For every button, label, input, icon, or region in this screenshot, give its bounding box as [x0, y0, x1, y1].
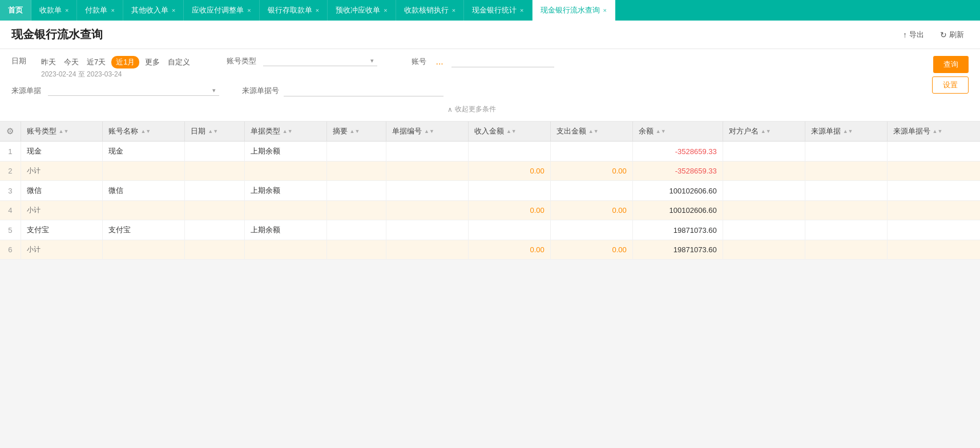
row-number: 5: [0, 220, 21, 240]
source-doc-select[interactable]: ▾: [48, 86, 219, 96]
col-expense[interactable]: 支出金额▲▼: [550, 122, 632, 142]
col-balance[interactable]: 余额▲▼: [632, 122, 723, 142]
cell-expense: [550, 220, 632, 240]
cell-source-doc-no: [887, 181, 980, 201]
cell-balance: 100102606.60: [632, 181, 723, 201]
close-icon[interactable]: ×: [172, 7, 175, 14]
sort-icon: ▲▼: [350, 129, 360, 134]
row-number: 6: [0, 240, 21, 260]
nav-tab-7[interactable]: 现金银行统计 ×: [464, 0, 532, 21]
cell-income: 0.00: [468, 240, 550, 260]
close-icon[interactable]: ×: [247, 7, 251, 14]
shortcut-more[interactable]: 更多: [143, 56, 162, 68]
close-icon[interactable]: ×: [111, 7, 114, 14]
shortcut-7days[interactable]: 近7天: [84, 56, 108, 68]
sort-icon: ▲▼: [933, 129, 943, 134]
col-counterpart[interactable]: 对方户名▲▼: [723, 122, 805, 142]
col-summary[interactable]: 摘要▲▼: [326, 122, 386, 142]
query-button[interactable]: 查询: [933, 56, 969, 73]
settings-button[interactable]: 设置: [932, 76, 969, 94]
shortcut-1month[interactable]: 近1月: [111, 56, 139, 68]
table-row: 6 小计 0.00 0.00 19871073.60: [0, 240, 980, 260]
cell-date: [185, 220, 244, 240]
col-income[interactable]: 收入金额▲▼: [468, 122, 550, 142]
shortcut-today[interactable]: 今天: [62, 56, 81, 68]
cell-expense: [550, 181, 632, 201]
nav-home[interactable]: 首页: [0, 0, 31, 21]
account-type-select[interactable]: ▾: [263, 56, 377, 66]
sort-icon: ▲▼: [843, 129, 853, 134]
col-doc-type[interactable]: 单据类型▲▼: [244, 122, 326, 142]
cell-account-type: 微信: [21, 181, 103, 201]
cell-date: [185, 162, 244, 181]
source-doc-label: 来源单据: [11, 86, 43, 96]
nav-tab-6[interactable]: 收款核销执行 ×: [396, 0, 464, 21]
sort-icon: ▲▼: [506, 129, 517, 134]
collapse-icon: ∧: [447, 106, 453, 114]
collapse-bar[interactable]: ∧ 收起更多条件: [11, 102, 932, 114]
cell-summary: [326, 142, 386, 162]
sort-icon: ▲▼: [208, 129, 218, 134]
col-source-doc-no[interactable]: 来源单据号▲▼: [887, 122, 980, 142]
cell-source-doc-no: [887, 162, 980, 181]
export-icon: ↑: [903, 30, 907, 39]
cell-account-type: 小计: [21, 162, 103, 181]
cell-summary: [326, 162, 386, 181]
shortcut-yesterday[interactable]: 昨天: [39, 56, 58, 68]
filter-area: 日期 昨天 今天 近7天 近1月 更多 自定义 2023-02-24 至 202…: [0, 49, 980, 122]
close-icon[interactable]: ×: [65, 7, 68, 14]
cell-source-doc: [805, 162, 887, 181]
cell-counterpart: [723, 162, 805, 181]
sort-icon: ▲▼: [588, 129, 599, 134]
table-settings-icon[interactable]: ⚙: [6, 126, 14, 136]
nav-tab-1[interactable]: 付款单 ×: [77, 0, 123, 21]
cell-source-doc-no: [887, 240, 980, 260]
cell-expense: [550, 142, 632, 162]
sort-icon: ▲▼: [140, 129, 151, 134]
nav-tab-3[interactable]: 应收应付调整单 ×: [184, 0, 259, 21]
nav-tab-8[interactable]: 现金银行流水查询 ×: [533, 0, 615, 21]
close-icon[interactable]: ×: [520, 7, 523, 14]
close-icon[interactable]: ×: [452, 7, 455, 14]
col-doc-no[interactable]: 单据编号▲▼: [386, 122, 469, 142]
nav-tab-5[interactable]: 预收冲应收单 ×: [328, 0, 396, 21]
account-type-label: 账号类型: [227, 56, 259, 66]
col-account-name[interactable]: 账号名称▲▼: [103, 122, 185, 142]
export-button[interactable]: ↑ 导出: [898, 27, 929, 42]
cell-account-name: [103, 240, 185, 260]
cell-date: [185, 181, 244, 201]
dropdown-arrow-icon: ▾: [370, 57, 374, 64]
nav-tab-2[interactable]: 其他收入单 ×: [123, 0, 184, 21]
date-range: 2023-02-24 至 2023-03-24: [41, 70, 192, 79]
row-number: 3: [0, 181, 21, 201]
nav-tab-4[interactable]: 银行存取款单 ×: [260, 0, 328, 21]
cell-balance: 19871073.60: [632, 240, 723, 260]
cell-source-doc: [805, 142, 887, 162]
shortcut-custom[interactable]: 自定义: [166, 56, 192, 68]
filter-actions: 查询 设置: [932, 56, 969, 94]
col-source-doc[interactable]: 来源单据▲▼: [805, 122, 887, 142]
cell-source-doc: [805, 240, 887, 260]
col-account-type[interactable]: 账号类型▲▼: [21, 122, 103, 142]
close-icon[interactable]: ×: [384, 7, 387, 14]
cell-doc-no: [386, 240, 469, 260]
cell-source-doc: [805, 201, 887, 220]
account-input[interactable]: [451, 56, 554, 67]
source-doc-no-input[interactable]: [284, 85, 443, 96]
cell-doc-no: [386, 162, 469, 181]
account-more-icon[interactable]: ...: [432, 56, 446, 67]
col-gear[interactable]: ⚙: [0, 122, 21, 142]
data-table: ⚙ 账号类型▲▼ 账号名称▲▼ 日期▲▼ 单据类型▲▼ 摘要▲▼: [0, 122, 980, 260]
close-icon[interactable]: ×: [316, 7, 319, 14]
table-row: 4 小计 0.00 0.00 100102606.60: [0, 201, 980, 220]
cell-account-name: 支付宝: [103, 220, 185, 240]
col-date[interactable]: 日期▲▼: [185, 122, 244, 142]
cell-account-name: 现金: [103, 142, 185, 162]
cell-doc-no: [386, 142, 469, 162]
header-actions: ↑ 导出 ↻ 刷新: [898, 27, 969, 42]
nav-tab-0[interactable]: 收款单 ×: [31, 0, 77, 21]
cell-counterpart: [723, 201, 805, 220]
cell-doc-no: [386, 220, 469, 240]
refresh-button[interactable]: ↻ 刷新: [935, 27, 969, 42]
close-icon[interactable]: ×: [603, 7, 607, 14]
